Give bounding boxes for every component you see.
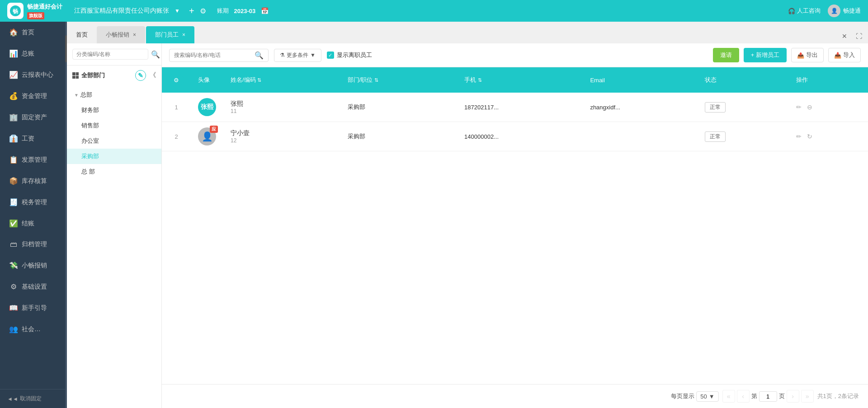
logout-icon[interactable]: ⊖: [807, 103, 812, 111]
sidebar-item-close-period[interactable]: ✅ 结账: [0, 213, 67, 234]
filter-arrow: ▼: [310, 52, 316, 58]
search-input[interactable]: [174, 52, 252, 58]
import-icon: 📥: [834, 52, 841, 59]
svg-text:畅: 畅: [13, 8, 18, 14]
sidebar-item-guide[interactable]: 📖 新手引导: [0, 297, 67, 319]
service-button[interactable]: 🎧 人工咨询: [788, 7, 821, 15]
tab-expense-close[interactable]: ×: [133, 32, 136, 38]
user-avatar: 👤: [828, 5, 840, 17]
show-resign-toggle[interactable]: ✓ 显示离职员工: [327, 51, 372, 59]
sidebar-item-inventory[interactable]: 📦 库存核算: [0, 170, 67, 192]
dept-node-sales[interactable]: 销售部: [67, 118, 161, 133]
inventory-icon: 📦: [9, 177, 18, 185]
dept-search-icon[interactable]: 🔍: [151, 50, 160, 59]
sidebar-item-reports[interactable]: 📈 云报表中心: [0, 64, 67, 85]
tab-close-all-btn[interactable]: ✕: [839, 31, 850, 42]
invite-label: 邀请: [720, 52, 732, 58]
row-action-cell: ✏ ⊖: [789, 93, 868, 122]
sidebar-item-invoice[interactable]: 📋 发票管理: [0, 149, 67, 170]
col-phone[interactable]: 手机: [457, 67, 583, 93]
dept-header-actions: ✎ 《: [135, 70, 156, 81]
sidebar-item-settings[interactable]: ⚙ 基础设置: [0, 276, 67, 297]
add-employee-button[interactable]: + 新增员工: [744, 48, 787, 62]
tabbar: 首页 小畅报销 × 部门员工 × ✕ ⛶: [67, 22, 868, 43]
dept-all-header[interactable]: 全部部门 ✎ 《: [67, 66, 161, 85]
add-icon[interactable]: +: [189, 6, 194, 16]
page-input[interactable]: [759, 391, 777, 402]
sidebar-item-archive[interactable]: 🗃 归档管理: [0, 234, 67, 255]
sidebar-item-home[interactable]: 🏠 首页: [0, 22, 67, 43]
social-icon: 👥: [9, 325, 18, 333]
col-action: 操作: [789, 67, 868, 93]
resign-label: 显示离职员工: [337, 51, 372, 59]
dept-search-input[interactable]: [72, 49, 148, 60]
dept-node-label: 总 部: [81, 168, 95, 175]
col-settings[interactable]: ⚙: [162, 67, 191, 93]
search-icon[interactable]: 🔍: [255, 51, 264, 60]
period-value: 2023-03: [234, 8, 256, 14]
row-email-cell: [583, 122, 698, 151]
dept-node-general[interactable]: 总 部: [67, 164, 161, 179]
table-row: 1 张熙 张熙 11 采购部: [162, 93, 868, 122]
sidebar-scrollbar[interactable]: [65, 22, 67, 408]
employee-code: 12: [231, 137, 333, 144]
dept-node-purchasing[interactable]: 采购部: [67, 149, 161, 164]
employee-email: zhangxidf...: [590, 104, 620, 111]
tab-employees-close[interactable]: ×: [182, 32, 185, 38]
page-size-box[interactable]: 50 ▼: [696, 391, 718, 402]
tab-expand-btn[interactable]: ⛶: [854, 31, 864, 42]
edit-icon[interactable]: ✏: [796, 133, 802, 140]
add-emp-label: + 新增员工: [751, 51, 779, 59]
gear-button[interactable]: ⚙: [169, 73, 184, 87]
export-label: 导出: [806, 51, 818, 59]
funds-icon: 💰: [9, 92, 18, 100]
tab-employees[interactable]: 部门员工 ×: [146, 26, 194, 43]
col-name[interactable]: 姓名/编码: [223, 67, 340, 93]
sidebar-item-tax[interactable]: 🧾 税务管理: [0, 192, 67, 213]
export-button[interactable]: 📤 导出: [791, 48, 824, 62]
sidebar-item-assets[interactable]: 🏢 固定资产: [0, 107, 67, 128]
invite-button[interactable]: 邀请: [713, 48, 739, 62]
trial-badge: 旗舰版: [27, 12, 44, 19]
sidebar-item-ledger[interactable]: 📊 总账: [0, 43, 67, 64]
sidebar-item-label: 小畅报销: [22, 262, 47, 270]
filter-button[interactable]: ⚗ 更多条件 ▼: [274, 49, 321, 62]
employee-phone: 187202117...: [464, 104, 499, 111]
tax-icon: 🧾: [9, 198, 18, 206]
first-page-btn[interactable]: «: [722, 390, 735, 403]
refresh-icon[interactable]: ↻: [807, 133, 812, 140]
next-page-btn[interactable]: ›: [787, 390, 799, 403]
dept-edit-btn[interactable]: ✎: [135, 70, 146, 81]
prev-page-btn[interactable]: ‹: [737, 390, 750, 403]
tab-home[interactable]: 首页: [67, 26, 97, 43]
settings-icon[interactable]: ⚙: [200, 7, 206, 15]
sidebar-item-label: 新手引导: [22, 304, 47, 312]
user-info[interactable]: 👤 畅捷通: [828, 5, 861, 17]
sidebar-item-label: 工资: [22, 135, 34, 143]
sidebar-item-label: 云报表中心: [22, 71, 53, 79]
col-dept[interactable]: 部门/职位: [340, 67, 458, 93]
sidebar-item-social[interactable]: 👥 社会…: [0, 319, 67, 340]
expense-icon: 💸: [9, 261, 18, 270]
dept-node-label: 财务部: [81, 107, 99, 113]
page-size-select: 每页显示 50 ▼: [671, 391, 718, 402]
dept-node-finance[interactable]: 财务部: [67, 103, 161, 118]
sidebar-item-funds[interactable]: 💰 资金管理: [0, 85, 67, 107]
dropdown-arrow[interactable]: ▼: [175, 8, 180, 14]
dept-node-office[interactable]: 办公室: [67, 133, 161, 149]
edit-icon[interactable]: ✏: [796, 103, 802, 111]
sidebar-item-expense[interactable]: 💸 小畅报销: [0, 255, 67, 276]
sidebar-item-salary[interactable]: 👔 工资: [0, 128, 67, 149]
export-icon: 📤: [797, 52, 804, 59]
tab-expense[interactable]: 小畅报销 ×: [97, 26, 145, 43]
archive-icon: 🗃: [9, 240, 18, 249]
resign-checkbox[interactable]: ✓: [327, 52, 334, 59]
dept-node-headquarters[interactable]: ▼ 总部: [67, 87, 161, 103]
calendar-icon[interactable]: 📅: [261, 7, 269, 14]
unpin-button[interactable]: ◄◄ 取消固定: [0, 389, 67, 408]
page-size-label: 每页显示: [671, 392, 694, 400]
invoice-icon: 📋: [9, 155, 18, 164]
import-button[interactable]: 📥 导入: [828, 48, 861, 62]
last-page-btn[interactable]: »: [801, 390, 814, 403]
dept-collapse-btn[interactable]: 《: [150, 71, 156, 80]
